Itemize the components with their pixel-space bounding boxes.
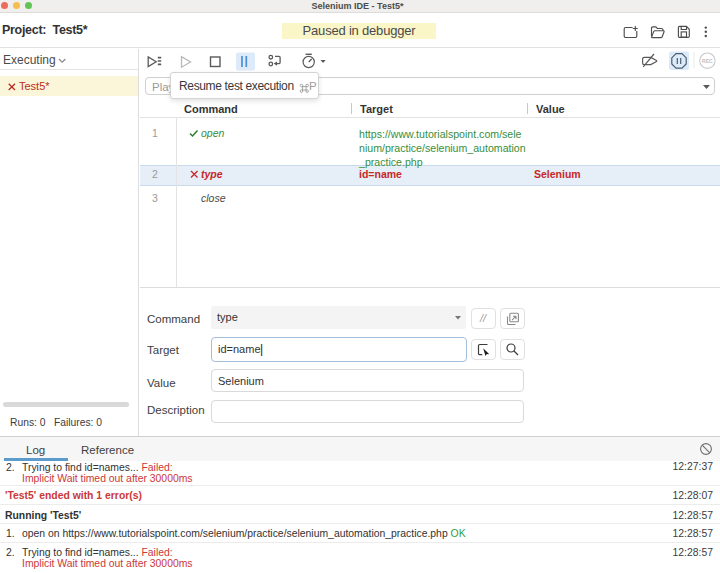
- svg-text:REC: REC: [702, 58, 713, 64]
